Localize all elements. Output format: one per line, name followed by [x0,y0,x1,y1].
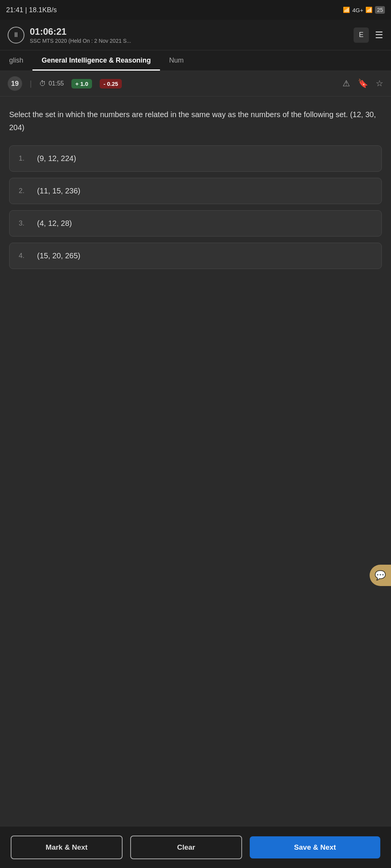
question-number: 19 [8,76,22,91]
tab-reasoning[interactable]: General Intelligence & Reasoning [32,50,160,71]
header: ⏸ 01:06:21 SSC MTS 2020 (Held On : 2 Nov… [0,20,391,50]
menu-button[interactable]: ☰ [375,30,383,40]
battery-badge: 25 [375,6,385,14]
option-4-number: 4. [19,252,29,260]
tab-numerical[interactable]: Num [160,50,193,71]
mark-next-button[interactable]: Mark & Next [11,836,123,859]
network-4g-icon: 4G+ [352,7,364,13]
tabs-bar: glish General Intelligence & Reasoning N… [0,50,391,71]
option-1[interactable]: 1. (9, 12, 224) [9,145,382,172]
status-bar: 21:41 | 18.1KB/s 📶 4G+ 📶 25 [0,0,391,20]
signal2-icon: 📶 [365,6,373,13]
pause-button[interactable]: ⏸ [8,27,24,43]
option-1-text: (9, 12, 224) [37,154,76,163]
floating-help-button[interactable]: 💬 [370,565,391,586]
option-1-number: 1. [19,155,29,163]
exam-subtitle: SSC MTS 2020 (Held On : 2 Nov 2021 S... [30,38,131,44]
bookmark-icon: E [359,31,364,39]
option-2-text: (11, 15, 236) [37,187,80,195]
clock-icon: ⏱ [39,80,46,88]
option-4[interactable]: 4. (15, 20, 265) [9,243,382,269]
pause-icon: ⏸ [13,31,19,39]
floating-icon: 💬 [375,570,386,581]
question-time-value: 01:55 [48,80,64,87]
save-next-button[interactable]: Save & Next [250,836,380,858]
question-meta-bar: 19 | ⏱ 01:55 + 1.0 - 0.25 ⚠ 🔖 ☆ [0,71,391,97]
exam-timer: 01:06:21 [30,26,131,37]
status-right-icons: 📶 4G+ 📶 25 [343,6,385,14]
bookmark-language-button[interactable]: E [354,27,369,43]
negative-mark-badge: - 0.25 [100,79,122,89]
star-icon[interactable]: ☆ [376,79,383,89]
option-3[interactable]: 3. (4, 12, 28) [9,210,382,237]
clear-button[interactable]: Clear [130,836,242,859]
bottom-bar: Mark & Next Clear Save & Next [0,826,391,868]
option-2[interactable]: 2. (11, 15, 236) [9,178,382,204]
header-right: E ☰ [354,27,383,43]
option-3-number: 3. [19,219,29,227]
question-timer: ⏱ 01:55 [39,80,64,88]
status-time-network: 21:41 | 18.1KB/s [6,6,57,14]
signal-icon: 📶 [343,6,350,13]
bookmark-icon[interactable]: 🔖 [358,79,368,89]
question-body: Select the set in which the numbers are … [0,97,391,142]
positive-mark-badge: + 1.0 [71,79,92,89]
option-3-text: (4, 12, 28) [37,219,72,228]
question-text: Select the set in which the numbers are … [9,108,382,134]
options-list: 1. (9, 12, 224) 2. (11, 15, 236) 3. (4, … [0,142,391,273]
option-2-number: 2. [19,187,29,195]
option-4-text: (15, 20, 265) [37,251,80,260]
meta-divider: | [30,79,32,88]
header-left: ⏸ 01:06:21 SSC MTS 2020 (Held On : 2 Nov… [8,26,131,44]
tab-english[interactable]: glish [0,50,32,71]
header-title-block: 01:06:21 SSC MTS 2020 (Held On : 2 Nov 2… [30,26,131,44]
warning-icon[interactable]: ⚠ [343,79,350,89]
